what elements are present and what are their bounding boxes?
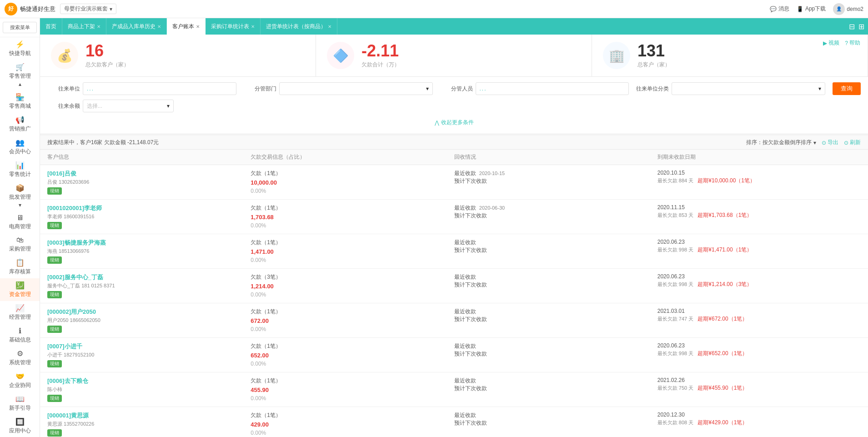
sidebar-item-operations[interactable]: 📈 经营管理 [0, 301, 40, 324]
header-collection: 回收情况 [454, 153, 657, 161]
app-download-btn[interactable]: 📱 App下载 [797, 5, 826, 13]
customer-name-4[interactable]: [000002]用户2050 [47, 308, 251, 316]
overdue-link-3[interactable]: 超期¥1,214.00（3笔） [697, 281, 752, 287]
close-product-shelf-icon[interactable]: ✕ [97, 24, 100, 29]
tab-purchase-stats[interactable]: 采购订单统计表 ✕ [206, 18, 261, 35]
debt-amount-1[interactable]: 1,703.68 [251, 214, 454, 221]
close-product-history-icon[interactable]: ✕ [157, 24, 161, 29]
customer-name-5[interactable]: [0007]小进千 [47, 342, 251, 351]
store-name: 母婴行业演示账套 [64, 5, 108, 13]
sidebar-item-finance[interactable]: 💹 资金管理 [0, 278, 40, 301]
debt-amount-2[interactable]: 1,471.00 [251, 248, 454, 255]
customer-name-7[interactable]: [000001]黄思源 [47, 412, 251, 420]
sidebar-item-system[interactable]: ⚙ 系统管理 [0, 347, 40, 369]
maximize-icon[interactable]: ⊞ [858, 22, 864, 31]
customer-name-0[interactable]: [0016]吕俊 [47, 170, 251, 178]
due-date-2: 2020.06.23 [657, 239, 861, 245]
overdue-link-5[interactable]: 超期¥652.00（1笔） [697, 350, 748, 357]
balance-select[interactable]: 选择... ▾ [83, 100, 174, 112]
sidebar-item-app-center[interactable]: 🔲 应用中心 [0, 415, 40, 437]
sidebar-item-purchase[interactable]: 🛍 采购管理 [0, 233, 40, 256]
tab-product-history[interactable]: 产成品入库单历史 ✕ [106, 18, 167, 35]
tab-product-shelf[interactable]: 商品上下架 ✕ [62, 18, 106, 35]
overdue-link-7[interactable]: 超期¥429.00（1笔） [697, 419, 748, 426]
minimize-icon[interactable]: ⊟ [849, 22, 855, 31]
debt-amount-7[interactable]: 429.00 [251, 421, 454, 428]
collapse-btn[interactable]: ⋀ 收起更多条件 [435, 119, 474, 126]
sidebar-item-inventory[interactable]: 📋 库存核算 [0, 256, 40, 278]
sidebar-item-new-guide[interactable]: 📖 新手引导 [0, 392, 40, 415]
debt-percent-5: 0.00% [251, 361, 454, 367]
department-select[interactable]: ▾ [279, 82, 433, 95]
sidebar-item-retail-stats[interactable]: 📊 零售统计 [0, 158, 40, 181]
debt-amount-0[interactable]: 10,000.00 [251, 179, 454, 186]
search-button[interactable]: 查询 [833, 82, 861, 95]
overdue-link-6[interactable]: 超期¥455.90（1笔） [697, 385, 748, 391]
sidebar-item-member[interactable]: 👥 会员中心 [0, 136, 40, 158]
customer-name-2[interactable]: [0003]畅捷服务尹海蒸 [47, 239, 251, 247]
overdue-link-4[interactable]: 超期¥672.00（1笔） [697, 316, 748, 322]
video-btn[interactable]: ▶ 视频 [823, 39, 839, 47]
sidebar-item-retail-mall[interactable]: 🏪 零售商城 [0, 90, 40, 113]
due-date-1: 2020.11.15 [657, 204, 861, 211]
debt-amount-6[interactable]: 455.90 [251, 387, 454, 393]
customer-name-6[interactable]: [0006]去下粮仓 [47, 377, 251, 385]
purchase-label: 采购管理 [9, 245, 31, 253]
sidebar-item-ecommerce[interactable]: 🖥 电商管理 [0, 211, 40, 233]
debt-info-cell-5: 欠款（1笔） 652.00 0.00% [251, 342, 454, 367]
retail-mall-label: 零售商城 [9, 102, 31, 110]
sidebar-item-basic-info[interactable]: ℹ 基础信息 [0, 324, 40, 347]
debt-amount-3[interactable]: 1,214.00 [251, 283, 454, 290]
close-purchase-stats-icon[interactable]: ✕ [251, 24, 255, 29]
store-selector[interactable]: 母婴行业演示账套 ▾ [60, 4, 116, 14]
table-row: [000001]黄思源 黄思源 13552700226 现销 欠款（1笔） 42… [40, 407, 868, 437]
debt-customers-number: 16 [85, 43, 129, 59]
person-label: 分管人员 [440, 85, 473, 93]
customer-info-cell-4: [000002]用户2050 用户2050 18665062050 现销 [47, 308, 251, 333]
close-inbound-stats-icon[interactable]: ✕ [328, 24, 331, 29]
sidebar-item-retail-manage[interactable]: 🛒 零售管理 ▴ [0, 60, 40, 90]
help-btn[interactable]: ? 帮助 [845, 39, 860, 47]
basic-info-icon: ℹ [19, 326, 21, 335]
tab-inbound-stats[interactable]: 进货单统计表（按商品） ✕ [261, 18, 337, 35]
refresh-btn[interactable]: ⊙ 刷新 [844, 139, 861, 146]
debt-count-4: 欠款（1笔） [251, 308, 454, 316]
status-badge-6: 现销 [47, 395, 62, 402]
search-menu-btn[interactable]: 搜索菜单 [3, 22, 37, 33]
finance-label: 资金管理 [9, 291, 31, 298]
export-btn[interactable]: ⊙ 导出 [822, 139, 838, 146]
overdue-link-0[interactable]: 超期¥10,000.00（1笔） [697, 177, 755, 184]
sidebar-item-enterprise-collab[interactable]: 🤝 企业协同 [0, 369, 40, 392]
video-icon: ▶ [823, 40, 827, 46]
tab-customer-account[interactable]: 客户账本 ✕ [167, 18, 206, 35]
tab-home[interactable]: 首页 [40, 18, 62, 35]
logo-icon: 好 [5, 3, 17, 15]
sort-selector[interactable]: 排序：按欠款金额倒序排序 ▾ [746, 139, 816, 146]
overdue-link-1[interactable]: 超期¥1,703.68（1笔） [697, 212, 752, 218]
debt-amount-5[interactable]: 652.00 [251, 352, 454, 359]
customer-info-cell-6: [0006]去下粮仓 陈小柿 现销 [47, 377, 251, 402]
customer-contact-0: 吕俊 13026203696 [47, 179, 251, 186]
purchase-icon: 🛍 [16, 236, 24, 244]
debt-count-7: 欠款（1笔） [251, 412, 454, 419]
user-menu[interactable]: 👤 demo2 [833, 3, 863, 15]
messages-btn[interactable]: 💬 消息 [770, 5, 789, 13]
table-header: 客户信息 欠款交易信息（占比） 回收情况 到期未收款日期 [40, 150, 868, 165]
customer-name-1[interactable]: [0001020001]李老师 [47, 204, 251, 212]
close-customer-account-icon[interactable]: ✕ [196, 24, 200, 29]
sidebar-item-fast-nav[interactable]: ⚡ 快捷导航 [0, 37, 40, 60]
sidebar-item-marketing[interactable]: 📢 营销推广 [0, 113, 40, 136]
person-input[interactable]: ... [476, 82, 629, 95]
collection-label-6: 最近收款 [454, 377, 657, 385]
overdue-link-2[interactable]: 超期¥1,471.00（1笔） [697, 246, 752, 253]
unit-category-select[interactable]: ▾ [672, 82, 825, 95]
debt-amount-4[interactable]: 672.00 [251, 317, 454, 324]
debt-percent-1: 0.00% [251, 222, 454, 229]
sidebar-item-batch-manage[interactable]: 📦 批发管理 ▾ [0, 181, 40, 211]
source-unit-input[interactable]: ... [83, 82, 236, 95]
collection-label-3: 最近收款 [454, 273, 657, 281]
next-payment-7: 预计下次收款 [454, 419, 657, 427]
enterprise-collab-label: 企业协同 [9, 382, 31, 389]
customer-name-3[interactable]: [0002]服务中心_丁磊 [47, 273, 251, 281]
inventory-label: 库存核算 [9, 268, 31, 276]
